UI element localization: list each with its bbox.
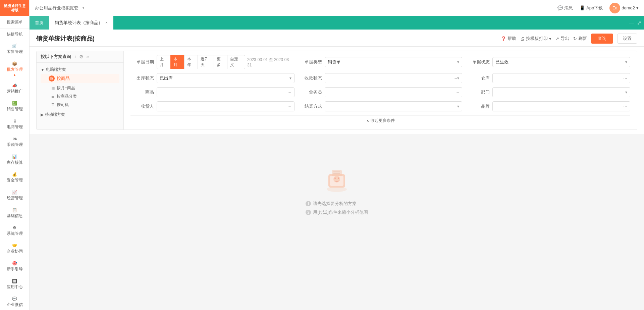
sidebar-item-ecommerce[interactable]: 🖥 电商管理: [0, 115, 29, 133]
sidebar-item-inventory[interactable]: 📊 库存核算: [0, 151, 29, 169]
doc-status-value: 已生效: [495, 59, 625, 65]
tab-sales-stat[interactable]: 销货单统计表（按商品） ×: [49, 16, 113, 30]
driver-icon: ☰: [51, 103, 55, 107]
industry-dropdown[interactable]: ▾: [83, 6, 84, 10]
tab-minimize-icon[interactable]: —: [629, 20, 634, 26]
industry-label: 办公用品行业模拟账套: [35, 5, 78, 11]
scheme-item-by-goods[interactable]: 按 按商品: [41, 74, 119, 83]
date-tab-this-month[interactable]: 本月: [170, 55, 184, 69]
collab-icon: 🤝: [12, 243, 17, 248]
goods-dots[interactable]: ···: [287, 90, 291, 95]
sidebar-item-basic[interactable]: 📋 基础信息: [0, 204, 29, 222]
dept-dropdown-icon[interactable]: ▾: [625, 90, 627, 95]
page-title: 销货单统计表(按商品): [36, 35, 95, 43]
main-container: 办公用品行业模拟账套 ▾ 💬 消息 📱 App下载 Ea demo2 ▾ 首页 …: [30, 0, 644, 310]
filter-area: 按以下方案查询 + ⚙ « ▼ 电脑端方案: [30, 47, 644, 134]
goods-label: 商品: [130, 89, 154, 95]
retail-icon: 🛒: [12, 44, 17, 48]
sidebar-item-operation[interactable]: 📈 经营管理: [0, 187, 29, 204]
top-bar-right: 💬 消息 📱 App下载 Ea demo2 ▾: [557, 3, 639, 13]
stock-status-dropdown-icon[interactable]: ▾: [289, 76, 291, 81]
scheme-item-driver[interactable]: ☰ 按司机: [41, 101, 119, 109]
tab-home[interactable]: 首页: [30, 16, 49, 30]
filter-stock-status-field: 出库状态 已出库 ▾: [130, 73, 294, 83]
sidebar-item-wholesale[interactable]: 📦 批发管理 ▲: [0, 58, 29, 80]
settings-button[interactable]: 设置: [617, 34, 637, 44]
system-icon: ⚙: [13, 225, 16, 230]
warehouse-dots[interactable]: ···: [623, 75, 627, 81]
sidebar-item-collab[interactable]: 🤝 企业协同: [0, 240, 29, 258]
sidebar-item-system[interactable]: ⚙ 系统管理: [0, 222, 29, 240]
payment-label: 结算方式: [299, 103, 322, 109]
add-scheme-btn[interactable]: +: [74, 54, 76, 59]
scheme-item-month-goods[interactable]: ▦ 按月+商品: [41, 84, 119, 92]
scheme-group-expand-icon: ▼: [41, 67, 45, 72]
message-btn[interactable]: 💬 消息: [557, 5, 573, 11]
receiver-dots[interactable]: ···: [287, 104, 291, 109]
doc-type-control[interactable]: 销货单 ▾: [325, 57, 463, 67]
scheme-group-mobile-label[interactable]: ▶ 移动端方案: [41, 112, 119, 117]
date-tab-this-year[interactable]: 本年: [184, 55, 198, 69]
filter-warehouse-field: 仓库 ···: [466, 73, 630, 83]
brand-control[interactable]: ···: [492, 101, 630, 111]
receiver-control[interactable]: ···: [157, 101, 294, 111]
quick-nav[interactable]: 快捷导航: [0, 29, 29, 40]
salesperson-control[interactable]: ···: [325, 87, 463, 97]
refresh-btn[interactable]: ↻ 刷新: [573, 36, 587, 42]
export-btn[interactable]: ↗ 导出: [555, 36, 569, 42]
scheme-group-pc-label[interactable]: ▼ 电脑端方案: [41, 67, 119, 72]
app-download-btn[interactable]: 📱 App下载: [580, 5, 603, 11]
filter-row-1: 单据日期 上月 本月 本年 近7天 更多 自定义 20: [130, 55, 630, 69]
date-tab-last-month[interactable]: 上月: [157, 55, 170, 69]
sidebar-item-apps[interactable]: 🔲 应用中心: [0, 275, 29, 293]
sidebar-item-sales[interactable]: 💹 销售管理: [0, 98, 29, 115]
warehouse-control[interactable]: ···: [492, 73, 630, 83]
collapse-scheme-btn[interactable]: «: [86, 54, 89, 59]
payment-dropdown-icon[interactable]: ▾: [457, 104, 459, 109]
settings-scheme-btn[interactable]: ⚙: [79, 54, 84, 59]
receipt-status-control[interactable]: ··· ▾: [325, 73, 463, 83]
doc-type-value: 销货单: [328, 59, 458, 65]
doc-type-dropdown-icon[interactable]: ▾: [457, 60, 459, 64]
stock-status-control[interactable]: 已出库 ▾: [157, 73, 294, 83]
query-button[interactable]: 查询: [591, 34, 613, 44]
dept-control[interactable]: ▾: [492, 87, 630, 97]
receipt-status-dropdown-icon[interactable]: ▾: [457, 76, 459, 81]
user-dropdown-arrow: ▾: [636, 5, 639, 10]
payment-control[interactable]: ▾: [325, 101, 463, 111]
collapse-filters-btn[interactable]: ∧ 收起更多条件: [130, 115, 630, 125]
scheme-item-goods-cat[interactable]: ☰ 按商品分类: [41, 92, 119, 101]
date-tab-7days[interactable]: 近7天: [198, 55, 213, 69]
tab-close-icon[interactable]: ×: [105, 20, 108, 25]
right-filter: 单据日期 上月 本月 本年 近7天 更多 自定义 20: [124, 51, 637, 130]
purchase-icon: 🛍: [13, 137, 17, 141]
doc-status-control[interactable]: 已生效 ▾: [492, 57, 630, 67]
sidebar-item-retail[interactable]: 🛒 零售管理: [0, 40, 29, 58]
salesperson-dots[interactable]: ···: [455, 90, 460, 95]
tab-maximize-icon[interactable]: ⤢: [637, 20, 641, 26]
download-icon: 📱: [580, 5, 585, 10]
sidebar-item-guide[interactable]: 🎯 新手引导: [0, 258, 29, 275]
operation-icon: 📈: [12, 190, 17, 195]
help-btn[interactable]: ❓ 帮助: [501, 36, 516, 42]
date-tab-more[interactable]: 更多: [214, 55, 227, 69]
date-tab-custom[interactable]: 自定义: [227, 55, 245, 69]
sidebar-item-marketing[interactable]: 📣 营销推广: [0, 80, 29, 98]
date-tabs: 上月 本月 本年 近7天 更多 自定义: [157, 55, 245, 69]
brand-dots[interactable]: ···: [623, 104, 627, 109]
print-btn[interactable]: 🖨 按模板打印 ▾: [520, 36, 551, 42]
doc-status-dropdown-icon[interactable]: ▾: [625, 60, 627, 64]
sidebar-item-purchase[interactable]: 🛍 采购管理: [0, 133, 29, 151]
scheme-group-pc: ▼ 电脑端方案 按 按商品 ▦ 按月+商品: [37, 65, 123, 110]
stock-status-value: 已出库: [160, 75, 289, 81]
user-area[interactable]: Ea demo2 ▾: [609, 3, 639, 13]
filter-receiver-field: 收货人 ···: [130, 101, 294, 111]
receipt-status-dots[interactable]: ···: [453, 75, 458, 81]
sidebar-item-finance[interactable]: 💰 资金管理: [0, 169, 29, 187]
receiver-label: 收货人: [130, 103, 154, 109]
sidebar-item-wechat[interactable]: 💬 企业微信: [0, 293, 29, 310]
date-filter: 上月 本月 本年 近7天 更多 自定义 2023-03-01 至 2023-03…: [157, 55, 294, 69]
search-menu[interactable]: 搜索菜单: [0, 16, 29, 29]
goods-control[interactable]: ···: [157, 87, 294, 97]
empty-state: 1 请先选择要分析的方案 2 用[过滤]条件来缩小分析范围: [30, 134, 644, 242]
